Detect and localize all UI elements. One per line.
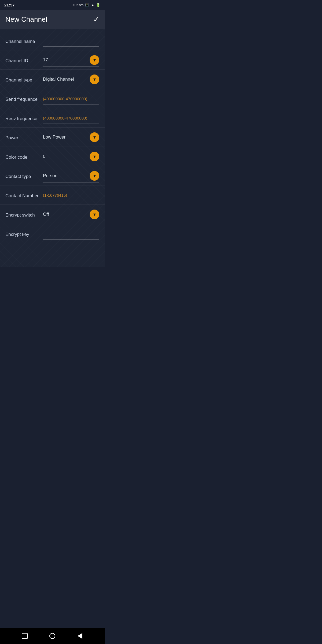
status-time: 21:57: [4, 3, 14, 7]
dropdown-channel-id[interactable]: [90, 55, 99, 65]
label-channel-id: Channel ID: [5, 58, 43, 64]
value-encrypt-key[interactable]: [43, 230, 99, 240]
form-content: Channel name Channel ID 17 Channel type …: [0, 29, 105, 267]
label-channel-type: Channel type: [5, 77, 43, 83]
dropdown-power[interactable]: [90, 132, 99, 142]
battery-icon: 🔋: [96, 3, 100, 7]
value-color-code[interactable]: 0: [43, 152, 99, 163]
field-row-contact-number: Contact Number (1-16776415): [0, 185, 105, 205]
wifi-icon: ▲: [91, 3, 94, 7]
field-row-color-code: Color code 0: [0, 147, 105, 166]
status-right: 0.0Kb/s 📳 ▲ 🔋: [72, 3, 100, 7]
label-encrypt-key: Encrypt key: [5, 232, 43, 237]
text-channel-type: Digital Channel: [43, 77, 74, 82]
value-send-frequence[interactable]: (400000000-470000000): [43, 95, 99, 105]
label-contact-type: Contact type: [5, 174, 43, 180]
value-recv-frequence[interactable]: (400000000-470000000): [43, 114, 99, 124]
label-channel-name: Channel name: [5, 39, 43, 44]
value-contact-type[interactable]: Person: [43, 171, 99, 183]
status-bar: 21:57 0.0Kb/s 📳 ▲ 🔋: [0, 0, 105, 10]
value-channel-name[interactable]: [43, 37, 99, 47]
field-row-encrypt-key: Encrypt key: [0, 224, 105, 243]
field-row-power: Power Low Power: [0, 128, 105, 147]
field-row-channel-type: Channel type Digital Channel: [0, 70, 105, 89]
confirm-button[interactable]: ✓: [93, 15, 99, 24]
field-row-channel-id: Channel ID 17: [0, 50, 105, 70]
dropdown-color-code[interactable]: [90, 152, 99, 161]
text-contact-type: Person: [43, 173, 57, 178]
label-encrypt-switch: Encrypt switch: [5, 212, 43, 218]
text-encrypt-switch: Off: [43, 212, 49, 217]
app-bar: New Channel ✓: [0, 10, 105, 29]
text-color-code: 0: [43, 154, 45, 159]
text-contact-number: (1-16776415): [43, 193, 67, 198]
vibrate-icon: 📳: [85, 3, 89, 7]
dropdown-contact-type[interactable]: [90, 171, 99, 181]
text-recv-frequence: (400000000-470000000): [43, 116, 87, 120]
field-row-encrypt-switch: Encrypt switch Off: [0, 205, 105, 224]
value-channel-id[interactable]: 17: [43, 55, 99, 67]
field-row-channel-name: Channel name: [0, 31, 105, 50]
dropdown-encrypt-switch[interactable]: [90, 210, 99, 219]
value-power[interactable]: Low Power: [43, 132, 99, 144]
app-bar-title: New Channel: [5, 15, 47, 24]
label-send-frequence: Send frequence: [5, 96, 43, 102]
label-color-code: Color code: [5, 154, 43, 160]
value-contact-number[interactable]: (1-16776415): [43, 191, 99, 201]
label-power: Power: [5, 135, 43, 141]
field-row-send-frequence: Send frequence (400000000-470000000): [0, 89, 105, 108]
value-channel-type[interactable]: Digital Channel: [43, 75, 99, 86]
text-power: Low Power: [43, 135, 65, 140]
text-channel-name: [43, 38, 44, 43]
label-contact-number: Contact Number: [5, 193, 43, 199]
text-send-frequence: (400000000-470000000): [43, 96, 87, 101]
label-recv-frequence: Recv frequence: [5, 116, 43, 122]
value-encrypt-switch[interactable]: Off: [43, 210, 99, 221]
network-speed: 0.0Kb/s: [72, 3, 83, 7]
field-row-contact-type: Contact type Person: [0, 166, 105, 185]
dropdown-channel-type[interactable]: [90, 75, 99, 84]
text-encrypt-key: [43, 231, 44, 236]
text-channel-id: 17: [43, 57, 48, 63]
field-row-recv-frequence: Recv frequence (400000000-470000000): [0, 108, 105, 128]
